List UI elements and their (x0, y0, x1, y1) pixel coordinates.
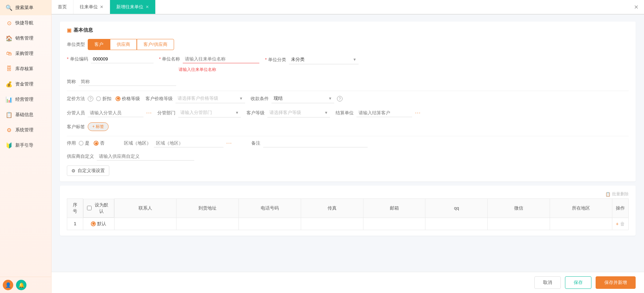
unit-type-both[interactable]: 客户/供应商 (137, 39, 174, 50)
price-level-label: 价格等级 (122, 96, 140, 102)
default-radio[interactable]: 默认 (87, 221, 110, 227)
sidebar-item-finance[interactable]: 💰 资金管理 (0, 76, 51, 92)
unit-name-input[interactable] (183, 55, 259, 63)
sidebar-item-guide[interactable]: 🔰 新手引导 (0, 138, 51, 153)
tab-partner[interactable]: 往来单位 ✕ (73, 0, 110, 14)
sidebar-item-search[interactable]: 🔍 搜索菜单 (0, 0, 51, 15)
wechat-input[interactable] (491, 221, 546, 226)
cell-fax[interactable] (301, 218, 363, 230)
add-tag-button[interactable]: + 标签 (88, 122, 109, 131)
sidebar-item-label: 新手引导 (15, 142, 33, 148)
cell-email[interactable] (363, 218, 425, 230)
custom-settings-section: ⚙ 自定义项设置 (67, 165, 629, 176)
sidebar-bottom: 👤 🔔 (0, 277, 51, 293)
code-name-category-row: 单位编码 单位名称 请输入往来单位名称 单位分类 未分类 ▼ (67, 55, 629, 73)
settlement-more[interactable]: ··· (415, 110, 421, 116)
row-delete-button[interactable]: 🗑 (620, 221, 625, 227)
pricing-radio-price-level[interactable]: 价格等级 (116, 96, 140, 102)
guide-icon: 🔰 (6, 142, 13, 149)
sidebar-item-label: 搜索菜单 (15, 5, 33, 11)
address-input[interactable] (180, 221, 235, 226)
unit-category-value: 未分类 (291, 56, 305, 63)
purchase-icon: 🛍 (6, 50, 13, 57)
department-select[interactable]: 请输入分管部门 ▼ (178, 108, 241, 117)
cell-wechat[interactable] (488, 218, 550, 230)
tab-new-partner-close[interactable]: ✕ (146, 5, 149, 9)
sidebar-item-purchase[interactable]: 🛍 采购管理 (0, 46, 51, 61)
cell-actions: + 🗑 (612, 218, 628, 230)
customer-level-label: 客户等级 (246, 110, 265, 116)
notification-icon[interactable]: 🔔 (16, 280, 26, 290)
region-more[interactable]: ··· (226, 140, 232, 146)
disabled-yes[interactable]: 是 (79, 140, 89, 146)
payment-terms-tooltip[interactable]: ? (337, 96, 343, 101)
manager-input[interactable] (88, 109, 143, 117)
remark-group: 备注 (251, 139, 368, 147)
cell-qq[interactable] (425, 218, 488, 230)
unit-type-label: 单位类型 (67, 41, 85, 48)
short-name-input[interactable] (79, 78, 176, 86)
payment-terms-select[interactable]: 现结 ▼ (272, 94, 334, 103)
cell-contact[interactable] (114, 218, 176, 230)
batch-delete-label[interactable]: 批量删除 (612, 191, 629, 197)
yes-circle (79, 141, 84, 146)
save-button[interactable]: 保存 (565, 276, 591, 289)
payment-terms-label: 收款条件 (251, 96, 269, 102)
tab-home[interactable]: 首页 (52, 0, 73, 14)
cell-region[interactable] (550, 218, 612, 230)
supplier-custom-input[interactable] (97, 152, 194, 161)
qq-input[interactable] (429, 221, 484, 226)
disabled-no[interactable]: 否 (94, 140, 104, 146)
remark-input[interactable] (263, 139, 368, 147)
sidebar-item-operations[interactable]: 📊 经营管理 (0, 92, 51, 107)
unit-type-customer[interactable]: 客户 (88, 39, 110, 50)
row-add-button[interactable]: + (616, 221, 619, 227)
col-phone: 电话号码 (239, 199, 301, 218)
main-area: 首页 往来单位 ✕ 新增往来单位 ✕ ✕ ▣ 基本信息 单位类型 客户 (52, 0, 644, 293)
sidebar-item-quick-nav[interactable]: ⊙ 快捷导航 (0, 15, 51, 31)
unit-type-buttons: 客户 供应商 客户/供应商 (88, 39, 174, 50)
contact-input[interactable] (118, 221, 173, 226)
customer-price-level-select[interactable]: 请选择客户价格等级 ▼ (175, 94, 245, 103)
region-cell-input[interactable] (553, 221, 608, 226)
pricing-radio-discount[interactable]: 折扣 (96, 96, 111, 102)
tab-new-partner[interactable]: 新增往来单位 ✕ (110, 0, 156, 14)
phone-input[interactable] (242, 221, 297, 226)
sidebar-item-basic-info[interactable]: 📋 基础信息 (0, 107, 51, 122)
header-checkbox[interactable] (87, 206, 92, 210)
payment-terms-value: 现结 (274, 95, 283, 101)
gear-icon: ⚙ (71, 168, 76, 173)
sidebar-item-sales[interactable]: 🏠 销售管理 (0, 31, 51, 46)
unit-code-input[interactable] (91, 55, 154, 63)
remark-label: 备注 (251, 140, 260, 146)
cell-address[interactable] (176, 218, 239, 230)
tab-home-label: 首页 (58, 4, 67, 10)
customer-tag-label: 客户标签 (67, 124, 85, 130)
tab-partner-close[interactable]: ✕ (100, 5, 103, 9)
pricing-tooltip-icon[interactable]: ? (88, 96, 93, 101)
manager-group: 分管人员 ··· (67, 109, 152, 117)
region-input[interactable] (154, 139, 223, 147)
table-header-row: 序号 设为默认 联系人 到货地址 电话号码 传真 邮箱 qq 微信 所在地区 操… (67, 199, 629, 218)
customer-level-select[interactable]: 请选择客户等级 ▼ (267, 108, 330, 117)
sidebar-item-inventory[interactable]: 🗄 库存核算 (0, 61, 51, 76)
sidebar-item-system[interactable]: ⚙ 系统管理 (0, 122, 51, 138)
short-name-label: 简称 (67, 79, 76, 85)
unit-type-supplier[interactable]: 供应商 (110, 39, 137, 50)
fax-input[interactable] (305, 221, 360, 226)
cell-phone[interactable] (239, 218, 301, 230)
tab-bar-close[interactable]: ✕ (628, 4, 644, 10)
batch-icon: 📋 (605, 192, 611, 197)
custom-settings-button[interactable]: ⚙ 自定义项设置 (67, 165, 109, 176)
unit-type-group: 单位类型 客户 供应商 客户/供应商 (67, 39, 174, 50)
manager-more[interactable]: ··· (146, 110, 152, 116)
save-add-button[interactable]: 保存并新增 (596, 276, 636, 289)
settlement-label: 结算单位 (336, 110, 354, 116)
unit-category-select[interactable]: 未分类 ▼ (289, 55, 359, 64)
settlement-input[interactable] (356, 109, 412, 117)
default-dot (92, 222, 95, 225)
supplier-custom-group: 供应商自定义 (67, 152, 194, 161)
email-input[interactable] (367, 221, 422, 226)
cancel-button[interactable]: 取消 (534, 276, 561, 289)
user-avatar[interactable]: 👤 (3, 280, 13, 290)
